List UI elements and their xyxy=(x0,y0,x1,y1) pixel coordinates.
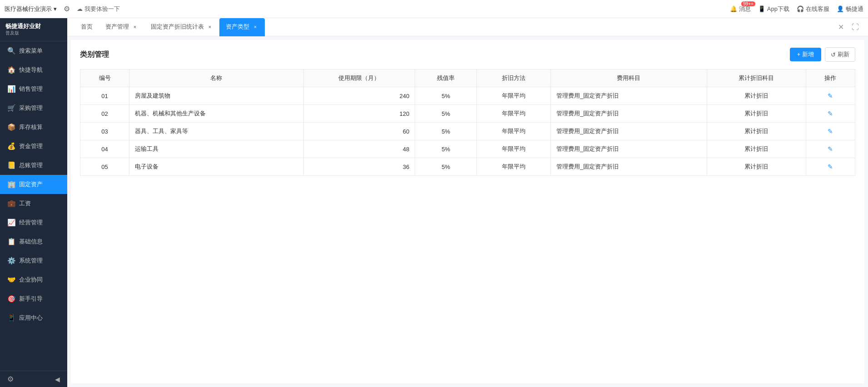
sales-icon: 📊 xyxy=(7,85,15,93)
table-row: 05电子设备365%年限平均管理费用_固定资产折旧累计折旧✎ xyxy=(80,158,855,176)
logo-sub: 普及版 xyxy=(5,30,41,36)
logo-text: 畅捷通好业财 xyxy=(5,23,41,30)
fixed-icon: 🏢 xyxy=(7,180,15,189)
cell-expense: 管理费用_固定资产折旧 xyxy=(551,140,707,158)
expand-button[interactable]: ⛶ xyxy=(850,22,861,33)
cell-accum: 累计折旧 xyxy=(707,158,806,176)
experience-button[interactable]: ☁ 我要体验一下 xyxy=(77,5,120,13)
system-icon: ⚙️ xyxy=(7,257,15,265)
sidebar-item-ledger[interactable]: 📒 总账管理 xyxy=(0,156,67,175)
close-tab-button[interactable]: ✕ xyxy=(835,22,846,33)
sidebar-item-label: 总账管理 xyxy=(19,161,43,169)
sidebar-item-label: 搜索菜单 xyxy=(19,47,43,55)
sidebar-item-basic[interactable]: 📋 基础信息 xyxy=(0,232,67,251)
sidebar-logo: 畅捷通好业财 普及版 xyxy=(0,18,67,41)
settings-icon[interactable]: ⚙ xyxy=(7,375,14,383)
cell-accum: 累计折旧 xyxy=(707,140,806,158)
sidebar-item-label: 固定资产 xyxy=(19,180,43,189)
tab-depreciation[interactable]: 固定资产折旧统计表× xyxy=(144,18,219,36)
table-row: 01房屋及建筑物2405%年限平均管理费用_固定资产折旧累计折旧✎ xyxy=(80,87,855,105)
cell-accum: 累计折旧 xyxy=(707,87,806,105)
cell-name: 器具、工具、家具等 xyxy=(129,123,303,140)
sidebar-item-label: 系统管理 xyxy=(19,257,43,265)
mobile-icon: 📱 xyxy=(758,5,765,12)
edit-icon[interactable]: ✎ xyxy=(828,163,833,170)
tab-close-icon[interactable]: × xyxy=(207,24,213,30)
inventory-icon: 📦 xyxy=(7,123,15,131)
sidebar-item-quicknav[interactable]: 🏠 快捷导航 xyxy=(0,60,67,79)
cell-op[interactable]: ✎ xyxy=(806,87,855,105)
sidebar-item-guide[interactable]: 🎯 新手引导 xyxy=(0,289,67,308)
cloud-icon: ☁ xyxy=(77,5,83,12)
sidebar-item-system[interactable]: ⚙️ 系统管理 xyxy=(0,251,67,270)
online-service-button[interactable]: 🎧 在线客服 xyxy=(797,5,829,13)
sidebar-item-label: 库存核算 xyxy=(19,123,43,131)
headset-icon: 🎧 xyxy=(797,5,804,12)
tab-asset_mgmt[interactable]: 资产管理× xyxy=(99,18,144,36)
sidebar-item-collab[interactable]: 🤝 企业协同 xyxy=(0,270,67,289)
refresh-label: 刷新 xyxy=(838,50,849,59)
column-header: 操作 xyxy=(806,69,855,87)
edit-icon[interactable]: ✎ xyxy=(828,145,833,153)
sidebar-item-label: 资金管理 xyxy=(19,142,43,150)
notifications-button[interactable]: 🔔 消息 99+ xyxy=(730,5,751,13)
sidebar-item-fixed[interactable]: 🏢 固定资产 xyxy=(0,175,67,194)
collapse-icon[interactable]: ◀ xyxy=(55,376,60,383)
appcenter-icon: 📱 xyxy=(7,314,15,322)
cell-period: 48 xyxy=(303,140,415,158)
sidebar-item-appcenter[interactable]: 📱 应用中心 xyxy=(0,308,67,327)
tab-close-icon[interactable]: × xyxy=(252,24,258,30)
cell-expense: 管理费用_固定资产折旧 xyxy=(551,87,707,105)
sidebar-item-search[interactable]: 🔍 搜索菜单 xyxy=(0,41,67,60)
cell-code: 05 xyxy=(80,158,129,176)
cell-op[interactable]: ✎ xyxy=(806,123,855,140)
cell-residual: 5% xyxy=(415,158,477,176)
sidebar-item-purchase[interactable]: 🛒 采购管理 xyxy=(0,99,67,118)
salary-icon: 💼 xyxy=(7,199,15,208)
cell-method: 年限平均 xyxy=(476,87,551,105)
tab-asset_type[interactable]: 资产类型× xyxy=(219,18,265,36)
sidebar-item-salary[interactable]: 💼 工资 xyxy=(0,194,67,213)
edit-icon[interactable]: ✎ xyxy=(828,128,833,135)
cell-op[interactable]: ✎ xyxy=(806,140,855,158)
page-actions: + 新增 ↺ 刷新 xyxy=(790,47,855,62)
company-selector[interactable]: 医疗器械行业演示 ▾ xyxy=(5,5,57,13)
cell-name: 机器、机械和其他生产设备 xyxy=(129,105,303,123)
sidebar-item-operation[interactable]: 📈 经营管理 xyxy=(0,213,67,232)
cell-method: 年限平均 xyxy=(476,140,551,158)
user-button[interactable]: 👤 畅捷通 xyxy=(837,5,863,13)
new-button[interactable]: + 新增 xyxy=(790,48,821,61)
chevron-down-icon: ▾ xyxy=(54,5,57,12)
quicknav-icon: 🏠 xyxy=(7,66,15,74)
table-row: 02机器、机械和其他生产设备1205%年限平均管理费用_固定资产折旧累计折旧✎ xyxy=(80,105,855,123)
refresh-button[interactable]: ↺ 刷新 xyxy=(825,47,855,62)
sidebar-item-label: 经营管理 xyxy=(19,218,43,227)
column-header: 累计折旧科目 xyxy=(707,69,806,87)
tab-label: 首页 xyxy=(81,23,93,31)
cell-residual: 5% xyxy=(415,123,477,140)
online-service-label: 在线客服 xyxy=(806,5,829,13)
tab-home[interactable]: 首页 xyxy=(74,18,99,36)
app-download-button[interactable]: 📱 App下载 xyxy=(758,5,789,13)
bell-icon: 🔔 xyxy=(730,5,737,12)
sidebar-item-sales[interactable]: 📊 销售管理 xyxy=(0,79,67,99)
tab-close-icon[interactable]: × xyxy=(132,24,138,30)
cell-residual: 5% xyxy=(415,105,477,123)
cell-op[interactable]: ✎ xyxy=(806,105,855,123)
cell-accum: 累计折旧 xyxy=(707,123,806,140)
sidebar-item-inventory[interactable]: 📦 库存核算 xyxy=(0,118,67,137)
edit-icon[interactable]: ✎ xyxy=(828,110,833,117)
tab-label: 资产管理 xyxy=(105,23,129,31)
sidebar-item-capital[interactable]: 💰 资金管理 xyxy=(0,137,67,156)
search-icon: 🔍 xyxy=(7,47,15,55)
top-bar-left: 医疗器械行业演示 ▾ ⚙ ☁ 我要体验一下 xyxy=(5,3,120,15)
column-header: 使用期限（月） xyxy=(303,69,415,87)
cell-code: 02 xyxy=(80,105,129,123)
edit-icon[interactable]: ✎ xyxy=(828,92,833,99)
cell-op[interactable]: ✎ xyxy=(806,158,855,176)
settings-icon[interactable]: ⚙ xyxy=(60,3,73,15)
sidebar-item-label: 销售管理 xyxy=(19,85,43,93)
guide-icon: 🎯 xyxy=(7,295,15,303)
cell-method: 年限平均 xyxy=(476,105,551,123)
table-row: 03器具、工具、家具等605%年限平均管理费用_固定资产折旧累计折旧✎ xyxy=(80,123,855,140)
